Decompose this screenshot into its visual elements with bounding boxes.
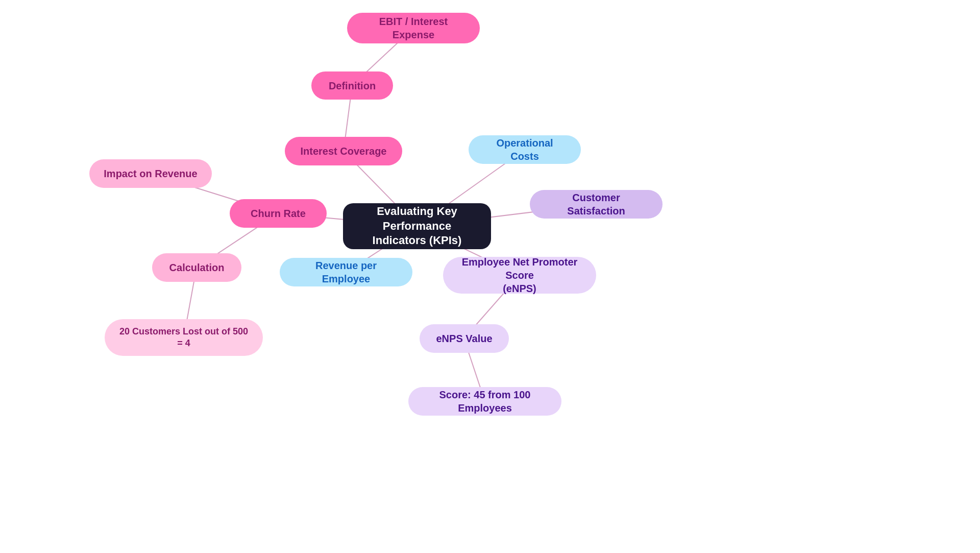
definition-node[interactable]: Definition xyxy=(311,71,393,100)
revenue-per-employee-node[interactable]: Revenue per Employee xyxy=(280,258,412,286)
calculation-label: Calculation xyxy=(169,261,225,274)
score-node[interactable]: Score: 45 from 100 Employees xyxy=(408,387,561,416)
churn-rate-label: Churn Rate xyxy=(251,207,306,220)
score-label: Score: 45 from 100 Employees xyxy=(421,388,549,415)
definition-label: Definition xyxy=(329,79,376,92)
enps-value-node[interactable]: eNPS Value xyxy=(420,324,509,353)
ebit-label: EBIT / Interest Expense xyxy=(359,15,468,41)
churn-rate-node[interactable]: Churn Rate xyxy=(230,199,327,228)
impact-on-revenue-node[interactable]: Impact on Revenue xyxy=(89,159,212,188)
customer-satisfaction-label: Customer Satisfaction xyxy=(542,191,650,218)
operational-costs-label: Operational Costs xyxy=(481,136,569,163)
revenue-per-employee-label: Revenue per Employee xyxy=(292,259,400,285)
enps-node[interactable]: Employee Net Promoter Score (eNPS) xyxy=(443,257,596,294)
interest-coverage-label: Interest Coverage xyxy=(301,145,387,158)
operational-costs-node[interactable]: Operational Costs xyxy=(469,135,581,164)
calculation-node[interactable]: Calculation xyxy=(152,253,241,282)
impact-on-revenue-label: Impact on Revenue xyxy=(104,167,197,180)
customers-lost-label: 20 Customers Lost out of 500 = 4 xyxy=(119,326,248,350)
ebit-node[interactable]: EBIT / Interest Expense xyxy=(347,13,480,43)
enps-label: Employee Net Promoter Score (eNPS) xyxy=(455,255,584,295)
customer-satisfaction-node[interactable]: Customer Satisfaction xyxy=(530,190,663,219)
center-label: Evaluating Key Performance Indicators (K… xyxy=(355,204,479,248)
enps-value-label: eNPS Value xyxy=(436,332,492,345)
interest-coverage-node[interactable]: Interest Coverage xyxy=(285,137,402,165)
center-node[interactable]: Evaluating Key Performance Indicators (K… xyxy=(343,203,491,249)
customers-lost-node[interactable]: 20 Customers Lost out of 500 = 4 xyxy=(105,319,263,356)
